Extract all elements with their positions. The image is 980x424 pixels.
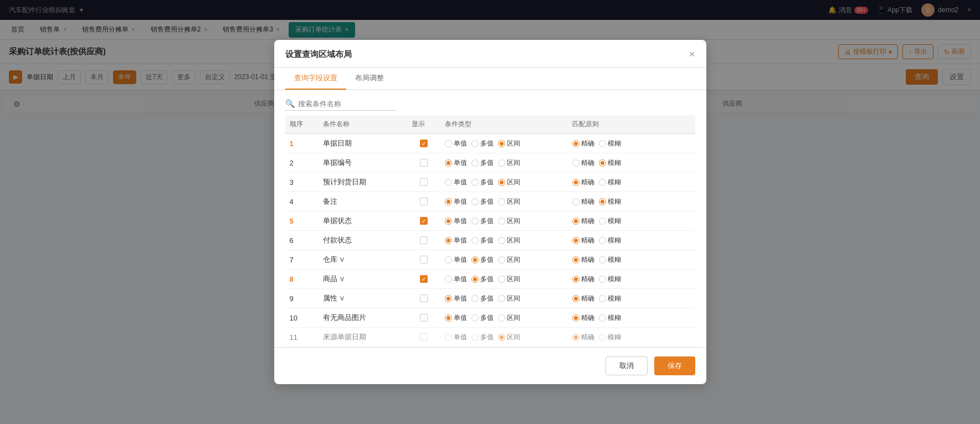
dialog-header: 设置查询区域布局 ×	[274, 40, 706, 68]
dialog-search: 🔍	[274, 90, 706, 115]
dialog-tabs: 查询字段设置 布局调整	[274, 68, 706, 90]
settings-dialog: 设置查询区域布局 × 查询字段设置 布局调整 🔍 顺序 条件名称 显示 条件类型…	[274, 40, 706, 118]
dialog-tab-layout[interactable]: 布局调整	[346, 68, 393, 90]
dialog-title: 设置查询区域布局	[285, 49, 352, 60]
dialog-tab-query[interactable]: 查询字段设置	[285, 68, 346, 90]
conditions-table: 顺序 条件名称 显示 条件类型 匹配原则 1 单据日期 单值 多值 区间	[274, 115, 706, 118]
dialog-overlay: 设置查询区域布局 × 查询字段设置 布局调整 🔍 顺序 条件名称 显示 条件类型…	[0, 0, 980, 118]
search-wrap: 🔍	[285, 97, 396, 111]
search-icon: 🔍	[285, 99, 295, 108]
conditions-table-header: 顺序 条件名称 显示 条件类型 匹配原则	[285, 115, 695, 118]
search-input[interactable]	[298, 100, 392, 108]
dialog-close-btn[interactable]: ×	[689, 49, 695, 60]
